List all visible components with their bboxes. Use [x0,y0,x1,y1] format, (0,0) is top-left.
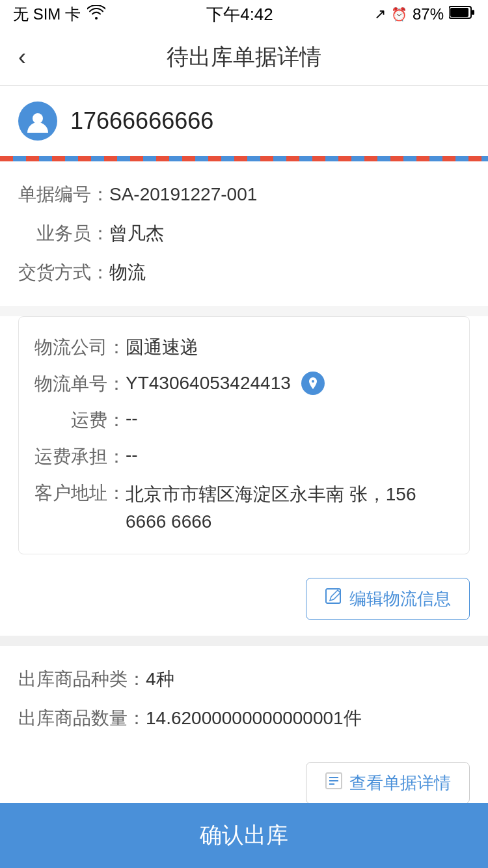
page-title: 待出库单据详情 [167,42,321,72]
logistics-section: 物流公司： 圆通速递 物流单号： YT43064053424413 运费： [18,316,470,554]
view-detail-button[interactable]: 查看单据详情 [306,762,470,804]
freight-label: 运费： [34,408,126,433]
salesman-row: 业务员： 曾凡杰 [18,220,470,247]
delivery-method-label: 交货方式： [18,259,109,286]
goods-type-value: 4种 [146,666,470,693]
nav-bar: ‹ 待出库单据详情 [0,29,488,86]
svg-rect-1 [450,8,468,17]
goods-type-label: 出库商品种类： [18,666,146,693]
goods-section: 出库商品种类： 4种 出库商品数量： 14.62000000000000001件 [0,646,488,752]
status-time: 下午4:42 [206,3,273,26]
freight-value: -- [126,408,454,429]
view-detail-label: 查看单据详情 [349,772,451,794]
order-number-row: 单据编号： SA-20191227-001 [18,181,470,208]
location-status-icon: ↗ [374,6,386,23]
confirm-button-label: 确认出库 [200,821,288,850]
order-info-section: 单据编号： SA-20191227-001 业务员： 曾凡杰 交货方式： 物流 [0,161,488,306]
confirm-bar[interactable]: 确认出库 [0,803,488,868]
main-content: 17666666666 单据编号： SA-20191227-001 业务员： 曾… [0,86,488,868]
salesman-value: 曾凡杰 [109,220,470,247]
goods-type-row: 出库商品种类： 4种 [18,666,470,693]
logistics-company-value: 圆通速递 [126,335,454,360]
order-number-label: 单据编号： [18,181,109,208]
edit-icon [325,588,343,610]
order-number-value: SA-20191227-001 [109,181,470,208]
alarm-icon: ⏰ [391,7,407,22]
goods-quantity-row: 出库商品数量： 14.62000000000000001件 [18,705,470,732]
goods-quantity-label: 出库商品数量： [18,705,146,732]
salesman-label: 业务员： [18,220,109,247]
tracking-number-row: 物流单号： YT43064053424413 [34,372,454,396]
tracking-number-label: 物流单号： [34,372,126,396]
dashed-divider [0,156,488,161]
delivery-method-row: 交货方式： 物流 [18,259,470,286]
customer-header: 17666666666 [0,86,488,156]
freight-bearer-row: 运费承担： -- [34,444,454,469]
status-bar: 无 SIM 卡 下午4:42 ↗ ⏰ 87% [0,0,488,29]
edit-logistics-label: 编辑物流信息 [349,588,451,610]
freight-bearer-value: -- [126,444,454,465]
address-label: 客户地址： [34,481,126,506]
wifi-icon [87,5,105,23]
svg-point-4 [312,380,314,383]
freight-row: 运费： -- [34,408,454,433]
battery-icon [449,5,475,23]
edit-btn-row: 编辑物流信息 [0,567,488,636]
view-detail-icon [325,772,343,794]
logistics-company-label: 物流公司： [34,335,126,360]
battery-label: 87% [413,5,444,23]
carrier-label: 无 SIM 卡 [13,4,81,25]
back-button[interactable]: ‹ [18,44,26,71]
address-row: 客户地址： 北京市市辖区海淀区永丰南 张，156 6666 6666 [34,481,454,536]
freight-bearer-label: 运费承担： [34,444,126,469]
logistics-company-row: 物流公司： 圆通速递 [34,335,454,360]
delivery-method-value: 物流 [109,259,470,286]
avatar [18,102,57,141]
goods-quantity-value: 14.62000000000000001件 [146,705,470,732]
tracking-location-icon[interactable] [301,372,325,395]
svg-rect-2 [472,10,474,15]
section-divider [0,636,488,646]
status-left: 无 SIM 卡 [13,4,105,25]
edit-logistics-button[interactable]: 编辑物流信息 [306,578,470,620]
status-right: ↗ ⏰ 87% [374,5,475,23]
tracking-number-value: YT43064053424413 [126,372,454,395]
svg-point-3 [33,113,43,124]
address-value: 北京市市辖区海淀区永丰南 张，156 6666 6666 [126,481,454,536]
customer-phone: 17666666666 [70,107,213,135]
